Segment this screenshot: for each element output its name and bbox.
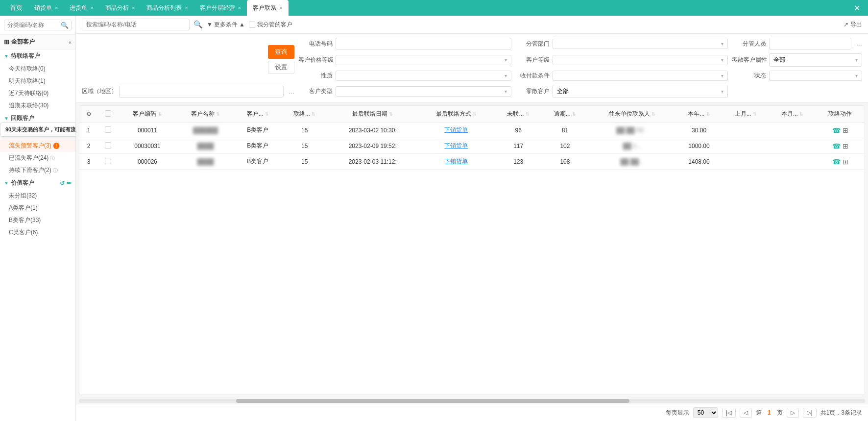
dept-select[interactable]: ▾ bbox=[553, 39, 728, 49]
scrollbar-thumb[interactable] bbox=[236, 399, 629, 403]
col-header-settings[interactable]: ⚙ bbox=[79, 106, 98, 123]
sidebar-item-today[interactable]: 今天待联络(0) bbox=[0, 63, 75, 75]
sort-last-date-icon[interactable]: ⇅ bbox=[389, 112, 393, 117]
filter-person: 分管人员 … bbox=[732, 38, 862, 50]
sort-last-month-icon[interactable]: ⇅ bbox=[753, 112, 757, 117]
tab-purchase[interactable]: 进货单 × bbox=[64, 0, 99, 16]
current-page-display: 1 bbox=[766, 409, 773, 416]
churn-warning-badge: ! bbox=[53, 143, 60, 149]
row-checkbox-1[interactable] bbox=[105, 126, 111, 133]
cell-contact-person-3: ██ ██... bbox=[588, 154, 675, 170]
first-page-button[interactable]: |◁ bbox=[722, 408, 736, 418]
prev-page-button[interactable]: ◁ bbox=[740, 408, 752, 418]
per-page-select[interactable]: 50 20 100 bbox=[693, 407, 718, 418]
sidebar-search-icon[interactable]: 🔍 bbox=[61, 22, 69, 29]
contact-icon-2[interactable]: ☎ bbox=[832, 142, 841, 150]
export-button[interactable]: ↗ 导出 bbox=[844, 21, 862, 29]
sidebar-item-ungrouped[interactable]: 未分组(32) bbox=[0, 190, 75, 202]
row-checkbox-2[interactable] bbox=[105, 142, 111, 149]
last-method-link-3[interactable]: 下销货单 bbox=[444, 158, 468, 165]
sort-this-year-icon[interactable]: ⇅ bbox=[706, 112, 710, 117]
horizontal-scrollbar[interactable] bbox=[76, 398, 868, 404]
sort-code-icon[interactable]: ⇅ bbox=[158, 112, 162, 117]
grid-icon-1[interactable]: ⊞ bbox=[843, 126, 848, 134]
tab-sales[interactable]: 销货单 × bbox=[28, 0, 64, 16]
sparse-attr-select[interactable]: 全部 ▾ bbox=[769, 53, 862, 67]
customer-type-select[interactable]: ▾ bbox=[336, 86, 511, 97]
section-value-customers[interactable]: ▼ 价值客户 ↺ ✏ bbox=[0, 176, 75, 190]
row-checkbox-3[interactable] bbox=[105, 158, 111, 164]
tab-customer-contact[interactable]: 客户联系 × bbox=[247, 0, 288, 16]
grid-icon-3[interactable]: ⊞ bbox=[843, 158, 848, 166]
sort-not-contact-icon[interactable]: ⇅ bbox=[526, 112, 530, 117]
phone-input[interactable] bbox=[336, 38, 511, 50]
all-customers-header[interactable]: ⊞ 全部客户 « bbox=[0, 35, 75, 50]
sort-contact-person-icon[interactable]: ⇅ bbox=[651, 112, 655, 117]
tab-customer-layers[interactable]: 客户分层经营 × bbox=[194, 0, 247, 16]
tab-product-analysis[interactable]: 商品分析 × bbox=[99, 0, 141, 16]
section-review-customers[interactable]: ▼ 回顾客户 90天未交易的客户，可能有流失风险。 bbox=[0, 112, 75, 125]
settings-button[interactable]: 设置 bbox=[268, 61, 294, 74]
sidebar-item-class-b[interactable]: B类客户(33) bbox=[0, 214, 75, 226]
payment-select[interactable]: ▾ bbox=[553, 71, 728, 81]
sidebar-item-churn-warning[interactable]: 流失预警客户(3) ! bbox=[0, 140, 75, 152]
my-customers-checkbox[interactable] bbox=[249, 22, 255, 28]
window-close-button[interactable]: ✕ bbox=[850, 3, 864, 13]
tab-product-list[interactable]: 商品分析列表 × bbox=[141, 0, 193, 16]
sort-contact-count-icon[interactable]: ⇅ bbox=[312, 112, 315, 117]
region-ellipsis[interactable]: … bbox=[289, 88, 294, 95]
close-product-analysis-tab[interactable]: × bbox=[132, 5, 135, 11]
filter-search-icon[interactable]: 🔍 bbox=[193, 20, 203, 29]
sidebar: 🔍 ⊞ 全部客户 « ▼ 待联络客户 今天待联络(0) 明天待联络(1) 近7天… bbox=[0, 16, 76, 421]
sidebar-item-class-c[interactable]: C类客户(6) bbox=[0, 226, 75, 239]
sidebar-item-class-a[interactable]: A类客户(1) bbox=[0, 202, 75, 214]
last-page-button[interactable]: ▷| bbox=[803, 408, 817, 418]
sidebar-item-tomorrow[interactable]: 明天待联络(1) bbox=[0, 75, 75, 87]
sort-this-month-icon[interactable]: ⇅ bbox=[799, 112, 803, 117]
region-input[interactable] bbox=[119, 86, 284, 98]
contact-icon-3[interactable]: ☎ bbox=[832, 158, 841, 166]
close-customer-layers-tab[interactable]: × bbox=[238, 5, 241, 11]
section-pending-contact[interactable]: ▼ 待联络客户 bbox=[0, 50, 75, 63]
last-method-link-2[interactable]: 下销货单 bbox=[444, 142, 468, 149]
my-customers-toggle[interactable]: 我分管的客户 bbox=[249, 21, 292, 29]
sidebar-item-declining[interactable]: 持续下滑客户(2) ⓘ bbox=[0, 164, 75, 176]
close-sales-tab[interactable]: × bbox=[55, 5, 58, 11]
grid-icon-2[interactable]: ⊞ bbox=[843, 142, 848, 150]
col-header-overdue: 逾期... ⇅ bbox=[542, 106, 588, 123]
payment-arrow: ▾ bbox=[721, 73, 723, 78]
search-input[interactable] bbox=[82, 19, 190, 30]
close-product-list-tab[interactable]: × bbox=[185, 5, 188, 11]
customer-level-select[interactable]: ▾ bbox=[553, 55, 728, 65]
person-input[interactable] bbox=[769, 38, 851, 50]
cell-not-contact-2: 117 bbox=[495, 138, 542, 154]
close-customer-contact-tab[interactable]: × bbox=[279, 5, 282, 11]
contact-icon-1[interactable]: ☎ bbox=[832, 126, 841, 134]
collapse-icon[interactable]: « bbox=[69, 39, 72, 45]
tab-home[interactable]: 首页 bbox=[4, 3, 28, 12]
select-all-checkbox[interactable] bbox=[105, 110, 111, 117]
person-ellipsis[interactable]: … bbox=[856, 40, 862, 47]
sparse-customer-select[interactable]: 全部 ▾ bbox=[553, 85, 728, 98]
close-purchase-tab[interactable]: × bbox=[90, 5, 93, 11]
sort-overdue-icon[interactable]: ⇅ bbox=[572, 112, 576, 117]
value-refresh-icon[interactable]: ↺ bbox=[60, 180, 65, 187]
more-conditions-btn[interactable]: ▼ 更多条件 ▲ bbox=[207, 21, 245, 29]
sort-name-icon[interactable]: ⇅ bbox=[216, 112, 220, 117]
price-level-select[interactable]: ▾ bbox=[336, 55, 511, 65]
nature-select[interactable]: ▾ bbox=[336, 71, 511, 81]
sidebar-item-7days[interactable]: 近7天待联络(0) bbox=[0, 87, 75, 99]
sort-last-method-icon[interactable]: ⇅ bbox=[473, 112, 477, 117]
sidebar-item-overdue-contact[interactable]: 逾期未联络(30) bbox=[0, 99, 75, 112]
declining-help-icon[interactable]: ⓘ bbox=[53, 167, 58, 174]
query-button[interactable]: 查询 bbox=[268, 45, 294, 59]
sort-type-icon[interactable]: ⇅ bbox=[265, 112, 269, 117]
last-method-link-1[interactable]: 下销货单 bbox=[444, 126, 468, 133]
churned-help-icon[interactable]: ⓘ bbox=[50, 155, 55, 162]
status-arrow: ▾ bbox=[855, 73, 858, 78]
value-edit-icon[interactable]: ✏ bbox=[67, 180, 72, 187]
table-settings-icon[interactable]: ⚙ bbox=[86, 111, 92, 118]
status-select[interactable]: ▾ bbox=[769, 71, 862, 81]
next-page-button[interactable]: ▷ bbox=[787, 408, 799, 418]
sidebar-item-churned[interactable]: 已流失客户(24) ⓘ bbox=[0, 152, 75, 164]
